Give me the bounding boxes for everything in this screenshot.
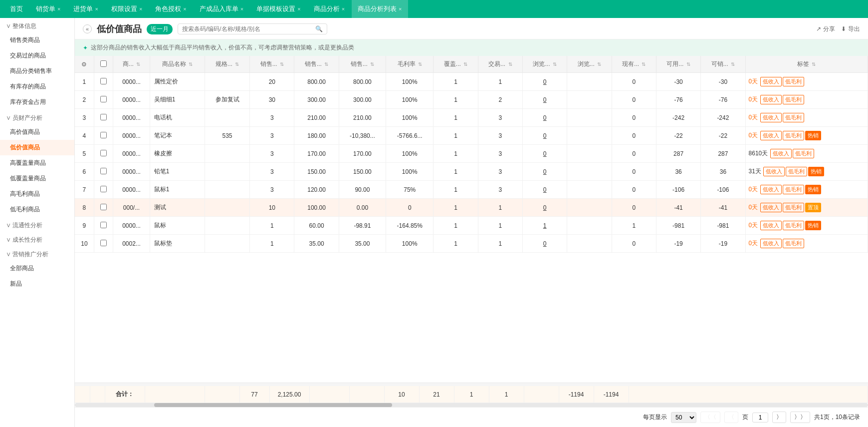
cell-browse1[interactable]: 0 xyxy=(522,235,567,253)
sidebar-section-finance[interactable]: ∨ 员财产分析 xyxy=(0,110,74,124)
cell-checkbox[interactable] xyxy=(94,109,113,127)
row-checkbox[interactable] xyxy=(100,186,107,192)
cell-checkbox[interactable] xyxy=(94,73,113,91)
nav-template[interactable]: 单据模板设置 × xyxy=(250,0,306,18)
select-all-checkbox[interactable] xyxy=(100,60,107,67)
cell-checkbox[interactable] xyxy=(94,91,113,109)
per-page-select[interactable]: 50 100 200 xyxy=(671,412,696,423)
filter-tag[interactable]: 近一月 xyxy=(147,24,173,34)
cell-browse1[interactable]: 0 xyxy=(522,73,567,91)
cell-code: 0000... xyxy=(113,217,150,235)
sidebar-section-overall[interactable]: ∨ 整体信息 xyxy=(0,18,74,32)
nav-close-sales[interactable]: × xyxy=(57,6,60,12)
page-number-input[interactable] xyxy=(752,413,768,423)
cell-browse1[interactable]: 0 xyxy=(522,127,567,145)
sidebar-item-high-coverage[interactable]: 高覆盖量商品 xyxy=(0,155,74,171)
sidebar-item-high-profit[interactable]: 高毛利商品 xyxy=(0,186,74,202)
nav-close-list[interactable]: × xyxy=(399,6,402,12)
sidebar-item-sales-goods[interactable]: 销售类商品 xyxy=(0,32,74,48)
cell-checkbox[interactable] xyxy=(94,127,113,145)
cell-browse1[interactable]: 0 xyxy=(522,181,567,199)
cell-checkbox[interactable] xyxy=(94,235,113,253)
col-settings[interactable]: ⚙ xyxy=(75,56,94,73)
sidebar-item-category-rate[interactable]: 商品分类销售率 xyxy=(0,63,74,79)
export-button[interactable]: ⬇ 导出 xyxy=(841,25,860,33)
sidebar-item-traded-goods[interactable]: 交易过的商品 xyxy=(0,48,74,63)
row-checkbox[interactable] xyxy=(100,132,107,138)
notice-text: 这部分商品的销售收入大幅低于商品平均销售收入，价值不高，可考虑调整营销策略，或是… xyxy=(91,43,354,52)
col-sales-qty[interactable]: 销售... ⇅ xyxy=(250,56,294,73)
collapse-sidebar-button[interactable]: « xyxy=(83,24,92,33)
nav-permissions[interactable]: 权限设置 × xyxy=(105,0,148,18)
cell-browse1[interactable]: 0 xyxy=(522,109,567,127)
cell-checkbox[interactable] xyxy=(94,199,113,217)
sidebar-item-all-goods[interactable]: 全部商品 xyxy=(0,261,74,276)
col-sales-amount[interactable]: 销售... ⇅ xyxy=(294,56,339,73)
share-button[interactable]: ↗ 分享 xyxy=(816,25,835,33)
cell-num: 5 xyxy=(75,145,94,163)
next-page-button[interactable]: 〉 xyxy=(772,412,786,423)
nav-close-role[interactable]: × xyxy=(183,6,186,12)
nav-stock-in[interactable]: 产成品入库单 × xyxy=(194,0,249,18)
nav-purchase[interactable]: 进货单 × xyxy=(67,0,104,18)
col-browse2[interactable]: 浏览... ⇅ xyxy=(567,56,612,73)
col-browse1[interactable]: 浏览... ⇅ xyxy=(522,56,567,73)
prev-page-button[interactable]: 〈 xyxy=(724,412,738,423)
cell-browse1[interactable]: 1 xyxy=(522,217,567,235)
row-checkbox[interactable] xyxy=(100,114,107,120)
cell-spec: 535 xyxy=(205,127,249,145)
row-checkbox[interactable] xyxy=(100,240,107,246)
nav-sales-order[interactable]: 销货单 × xyxy=(30,0,66,18)
row-checkbox[interactable] xyxy=(100,168,107,174)
nav-home[interactable]: 首页 xyxy=(4,0,29,18)
nav-close-stock[interactable]: × xyxy=(240,6,243,12)
nav-close-template[interactable]: × xyxy=(297,6,300,12)
cell-browse1[interactable]: 0 xyxy=(522,199,567,217)
row-checkbox[interactable] xyxy=(100,150,107,156)
nav-role-auth[interactable]: 角色授权 × xyxy=(149,0,192,18)
col-sales-price[interactable]: 销售... ⇅ xyxy=(339,56,386,73)
sidebar-item-stock-goods[interactable]: 有库存的商品 xyxy=(0,79,74,94)
nav-product-analysis[interactable]: 商品分析 × xyxy=(308,0,351,18)
sidebar-item-low-profit[interactable]: 低毛利商品 xyxy=(0,202,74,217)
col-name[interactable]: 商品名称 ⇅ xyxy=(150,56,205,73)
row-checkbox[interactable] xyxy=(100,96,107,102)
row-checkbox[interactable] xyxy=(100,222,107,228)
nav-close-permissions[interactable]: × xyxy=(139,6,142,12)
sidebar-section-circulation[interactable]: ∨ 流通性分析 xyxy=(0,217,74,232)
sidebar-item-high-value[interactable]: 高价值商品 xyxy=(0,124,74,140)
cell-checkbox[interactable] xyxy=(94,163,113,181)
row-checkbox[interactable] xyxy=(100,204,107,210)
col-tags[interactable]: 标签 ⇅ xyxy=(745,56,868,73)
first-page-button[interactable]: 〈〈 xyxy=(700,412,720,423)
sidebar: ∨ 整体信息 销售类商品 交易过的商品 商品分类销售率 有库存的商品 库存资金占… xyxy=(0,18,75,427)
nav-analysis-list[interactable]: 商品分析列表 × xyxy=(352,0,408,18)
sidebar-item-low-value[interactable]: 低价值商品 xyxy=(0,140,74,155)
col-available[interactable]: 可用... ⇅ xyxy=(656,56,700,73)
last-page-button[interactable]: 〉〉 xyxy=(790,412,810,423)
col-trade[interactable]: 交易... ⇅ xyxy=(478,56,522,73)
col-sellable[interactable]: 可销... ⇅ xyxy=(701,56,745,73)
sidebar-item-inventory-capital[interactable]: 库存资金占用 xyxy=(0,94,74,110)
cell-browse1[interactable]: 0 xyxy=(522,145,567,163)
col-gross-rate[interactable]: 毛利率 ⇅ xyxy=(386,56,434,73)
search-icon[interactable]: 🔍 xyxy=(315,25,323,32)
cell-browse1[interactable]: 0 xyxy=(522,91,567,109)
cell-checkbox[interactable] xyxy=(94,145,113,163)
sidebar-item-low-coverage[interactable]: 低覆盖量商品 xyxy=(0,171,74,186)
cell-browse1[interactable]: 0 xyxy=(522,163,567,181)
sidebar-item-new-goods[interactable]: 新品 xyxy=(0,276,74,292)
cell-checkbox[interactable] xyxy=(94,181,113,199)
col-code[interactable]: 商... ⇅ xyxy=(113,56,150,73)
sidebar-section-marketing[interactable]: ∨ 营销推广分析 xyxy=(0,246,74,261)
search-input[interactable] xyxy=(182,25,312,32)
nav-close-purchase[interactable]: × xyxy=(95,6,98,12)
col-coverage[interactable]: 覆盖... ⇅ xyxy=(434,56,478,73)
nav-close-analysis[interactable]: × xyxy=(342,6,345,12)
col-spec[interactable]: 规格... ⇅ xyxy=(205,56,249,73)
cell-checkbox[interactable] xyxy=(94,217,113,235)
row-checkbox[interactable] xyxy=(100,78,107,84)
col-current[interactable]: 现有... ⇅ xyxy=(612,56,656,73)
sidebar-section-growth[interactable]: ∨ 成长性分析 xyxy=(0,232,74,246)
col-checkbox[interactable] xyxy=(94,56,113,73)
